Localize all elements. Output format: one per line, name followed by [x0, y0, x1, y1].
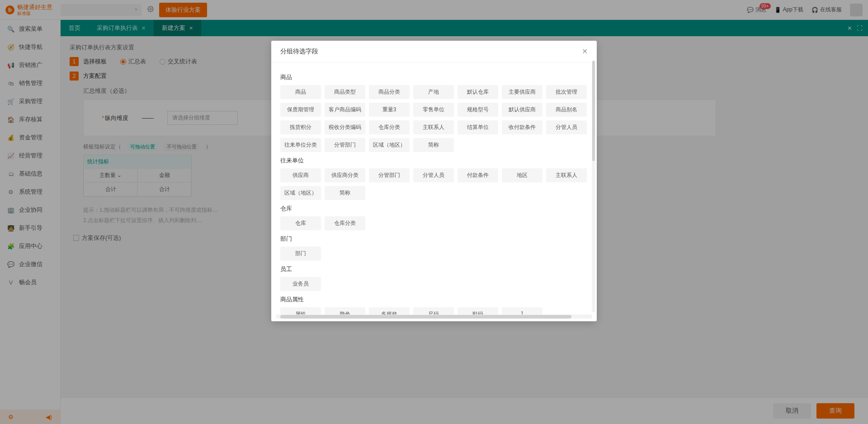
field-tag[interactable]: 简称 — [325, 186, 365, 200]
field-tag[interactable]: 保质期管理 — [280, 103, 321, 117]
field-tag[interactable]: 拣货积分 — [280, 120, 321, 134]
field-tag[interactable]: 结算单位 — [458, 120, 498, 134]
field-tag[interactable]: 商品 — [280, 85, 321, 99]
field-tag[interactable]: 分管人员 — [413, 168, 454, 182]
field-tag[interactable]: 仓库 — [280, 216, 321, 230]
field-tag[interactable]: 尺码 — [413, 307, 454, 314]
field-tag[interactable]: 仓库分类 — [325, 216, 365, 230]
field-tag[interactable]: 默认仓库 — [458, 85, 498, 99]
field-tag[interactable]: 重量3 — [369, 103, 410, 117]
field-tag[interactable]: 商品分类 — [369, 85, 410, 99]
section-title: 商品 — [280, 73, 588, 81]
field-tag[interactable]: 主联系人 — [413, 120, 454, 134]
field-tag[interactable]: 收付款条件 — [502, 120, 542, 134]
field-tag[interactable]: 地区 — [502, 168, 542, 182]
field-tag[interactable]: 分管部门 — [369, 168, 410, 182]
scrollbar-v[interactable] — [592, 61, 595, 312]
field-tag[interactable]: 产地 — [413, 85, 454, 99]
section-title: 部门 — [280, 235, 588, 243]
field-tag[interactable]: 部门 — [280, 247, 321, 261]
close-icon[interactable]: ✕ — [582, 47, 588, 56]
field-tag[interactable]: 零售单位 — [413, 103, 454, 117]
field-tag[interactable]: 分管人员 — [546, 120, 587, 134]
field-picker-modal: 分组待选字段 ✕ 商品商品商品类型商品分类产地默认仓库主要供应商批次管理保质期管… — [271, 41, 597, 321]
field-tag[interactable]: 分管部门 — [325, 138, 365, 152]
section-title: 商品属性 — [280, 295, 588, 304]
field-tag[interactable]: 商品类型 — [325, 85, 365, 99]
field-tag[interactable]: 商品别名 — [546, 103, 587, 117]
field-tag[interactable]: 颜色 — [325, 307, 365, 314]
scrollbar-h[interactable] — [276, 314, 592, 319]
field-tag[interactable]: 税收分类编码 — [325, 120, 365, 134]
modal-overlay[interactable]: 分组待选字段 ✕ 商品商品商品类型商品分类产地默认仓库主要供应商批次管理保质期管… — [0, 0, 868, 424]
modal-title: 分组待选字段 — [280, 48, 318, 56]
field-tag[interactable]: 默认供应商 — [502, 103, 542, 117]
field-tag[interactable]: 1 — [502, 307, 542, 314]
field-tag[interactable]: 主要供应商 — [502, 85, 542, 99]
section-title: 员工 — [280, 265, 588, 273]
field-tag[interactable]: 供应商 — [280, 168, 321, 182]
section-title: 仓库 — [280, 205, 588, 213]
field-tag[interactable]: 多规格 — [369, 307, 410, 314]
field-tag[interactable]: 区域（地区） — [280, 186, 321, 200]
field-tag[interactable]: 简称 — [413, 138, 454, 152]
field-tag[interactable]: 仓库分类 — [369, 120, 410, 134]
field-tag[interactable]: 属性 — [280, 307, 321, 314]
field-tag[interactable]: 批次管理 — [546, 85, 587, 99]
field-tag[interactable]: 鞋码 — [458, 307, 498, 314]
field-tag[interactable]: 业务员 — [280, 277, 321, 291]
field-tag[interactable]: 付款条件 — [458, 168, 498, 182]
field-tag[interactable]: 往来单位分类 — [280, 138, 321, 152]
field-tag[interactable]: 规格型号 — [458, 103, 498, 117]
section-title: 往来单位 — [280, 157, 588, 165]
field-tag[interactable]: 区域（地区） — [369, 138, 410, 152]
field-tag[interactable]: 主联系人 — [546, 168, 587, 182]
field-tag[interactable]: 客户商品编码 — [325, 103, 365, 117]
field-tag[interactable]: 供应商分类 — [325, 168, 365, 182]
